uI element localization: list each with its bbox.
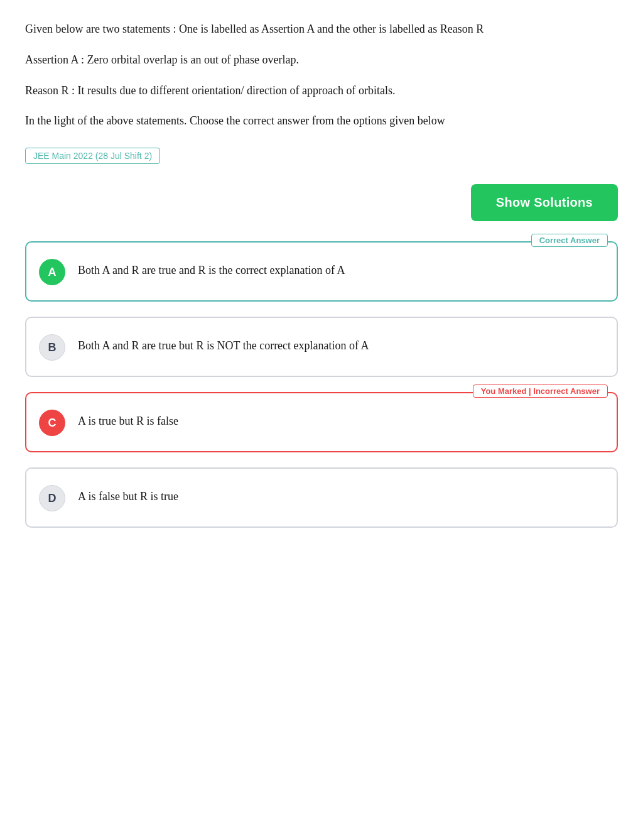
option-circle-c: C <box>39 410 65 436</box>
option-text-a: Both A and R are true and R is the corre… <box>78 258 345 280</box>
option-circle-b: B <box>39 334 65 361</box>
option-card-c[interactable]: C A is true but R is false <box>25 392 618 452</box>
intro-text: Given below are two statements : One is … <box>25 20 618 38</box>
options-list: Correct Answer A Both A and R are true a… <box>25 241 618 528</box>
option-text-b: Both A and R are true but R is NOT the c… <box>78 333 369 355</box>
assertion-text: Assertion A : Zero orbital overlap is an… <box>25 51 618 69</box>
option-card-d[interactable]: D A is false but R is true <box>25 467 618 528</box>
reason-text: Reason R : It results due to different o… <box>25 82 618 100</box>
correct-answer-badge: Correct Answer <box>531 234 608 247</box>
incorrect-answer-badge: You Marked | Incorrect Answer <box>473 385 608 398</box>
option-text-d: A is false but R is true <box>78 484 178 506</box>
option-card-a[interactable]: A Both A and R are true and R is the cor… <box>25 241 618 302</box>
question-section: Given below are two statements : One is … <box>25 20 618 184</box>
option-circle-a: A <box>39 259 65 285</box>
show-solutions-wrapper: Show Solutions <box>25 184 618 221</box>
option-text-c: A is true but R is false <box>78 408 178 430</box>
option-wrapper-a: Correct Answer A Both A and R are true a… <box>25 241 618 302</box>
option-card-b[interactable]: B Both A and R are true but R is NOT the… <box>25 317 618 377</box>
option-wrapper-c: You Marked | Incorrect Answer C A is tru… <box>25 392 618 452</box>
instruction-text: In the light of the above statements. Ch… <box>25 112 618 130</box>
exam-tag: JEE Main 2022 (28 Jul Shift 2) <box>25 148 160 164</box>
option-circle-d: D <box>39 485 65 511</box>
option-wrapper-d: D A is false but R is true <box>25 467 618 528</box>
show-solutions-button[interactable]: Show Solutions <box>471 184 618 221</box>
option-wrapper-b: B Both A and R are true but R is NOT the… <box>25 317 618 377</box>
